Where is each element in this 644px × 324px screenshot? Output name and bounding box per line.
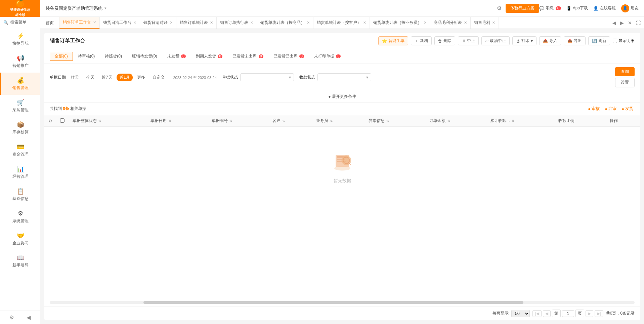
export-btn[interactable]: 📤 导出 (564, 36, 586, 45)
tab-gross-profit-close[interactable]: ✕ (464, 21, 467, 25)
per-page-select[interactable]: 10 20 50 100 (511, 310, 530, 317)
tab-sales-more[interactable]: 销售毛利 ✕ (471, 17, 499, 29)
sidebar-item-basic[interactable]: 📋 基础信息 (0, 184, 40, 206)
tab-sales-by-customer[interactable]: 销货单统计表（按客户） ✕ (313, 17, 370, 29)
col-number-sort-icon[interactable]: ⇅ (229, 119, 232, 123)
filter-tab-not-shipped[interactable]: 未发货 0 (162, 52, 191, 61)
smart-create-btn[interactable]: ⭐ 智能生单 (378, 36, 408, 45)
filter-tab-shipped-out[interactable]: 已发货已出库 0 (268, 52, 309, 61)
page-next-btn[interactable]: ▶ (586, 310, 593, 317)
sidebar-item-purchase[interactable]: 🛒 采购管理 (0, 95, 40, 117)
sidebar-item-finance[interactable]: 💳 资金管理 (0, 139, 40, 161)
refresh-btn[interactable]: 🔄 刷新 (588, 36, 610, 45)
add-btn[interactable]: ＋ 新增 (411, 36, 432, 45)
user-action[interactable]: 👤 用友 (621, 4, 639, 12)
scrollbar-thumb[interactable] (143, 301, 524, 304)
tab-prev-icon[interactable]: ◀ (611, 19, 617, 26)
tab-sales-more-close[interactable]: ✕ (492, 21, 495, 25)
filter-tab-pending-pickup[interactable]: 待拣货(0) (100, 52, 127, 61)
sidebar-item-enterprise[interactable]: 🤝 企业协同 (0, 228, 40, 250)
unreview-action-btn[interactable]: ● 弃审 (604, 105, 618, 112)
tab-sales-by-customer-close[interactable]: ✕ (363, 21, 366, 25)
table-scroll[interactable]: ⚙ 单据整体状态 ⇅ 单据日期 (44, 115, 640, 301)
expand-conditions-btn[interactable]: ▾ 展开更多条件 (326, 92, 359, 101)
tab-sales-workbench-close[interactable]: ✕ (93, 20, 96, 25)
tab-close-all-icon[interactable]: ✕ (627, 19, 633, 26)
col-salesperson-sort-icon[interactable]: ⇅ (330, 119, 333, 123)
message-action[interactable]: 💬 消息 6 (539, 5, 561, 11)
page-last-btn[interactable]: ▶| (595, 310, 603, 317)
col-status-sort-icon[interactable]: ⇅ (98, 119, 101, 123)
sys-title-dropdown-icon[interactable]: ▾ (104, 6, 106, 10)
filter-tab-not-printed[interactable]: 未打印单据 0 (309, 52, 346, 61)
date-custom[interactable]: 自定义 (149, 74, 168, 81)
tab-maximize-icon[interactable]: ⛶ (635, 19, 642, 26)
tab-sales-by-staff-close[interactable]: ✕ (424, 21, 427, 25)
tab-sales-workbench[interactable]: 销售订单工作台 ✕ (59, 17, 100, 29)
suspend-btn[interactable]: ⏸ 中止 (458, 36, 479, 45)
tab-cash-reconcile-close[interactable]: ✕ (170, 21, 173, 25)
print-btn[interactable]: 🖨 打印 ▾ (512, 36, 536, 45)
tab-sales-by-staff[interactable]: 销货单统计表（按业务员） ✕ (370, 17, 430, 29)
sidebar-search[interactable]: 🔍 搜索菜单 (0, 17, 40, 28)
filter-tab-wangpu[interactable]: 旺铺待发货(0) (127, 52, 162, 61)
review-action-btn[interactable]: ● 审核 (587, 105, 601, 112)
sidebar-item-sales[interactable]: 💰 销售管理 (0, 73, 40, 95)
import-btn[interactable]: 📥 导入 (539, 36, 561, 45)
col-date-sort-icon[interactable]: ⇅ (169, 119, 171, 123)
tab-cash-reconcile[interactable]: 钱货日清对账 ✕ (140, 17, 176, 29)
sidebar-item-system[interactable]: ⚙ 系统管理 (0, 206, 40, 228)
app-download-action[interactable]: 📱 App下载 (566, 5, 588, 11)
payment-select[interactable]: ▾ (317, 73, 371, 81)
detail-checkbox[interactable] (613, 39, 617, 43)
sidebar-item-inventory[interactable]: 📦 库存核算 (0, 117, 40, 139)
tab-next-icon[interactable]: ▶ (619, 19, 625, 26)
date-7days[interactable]: 近7天 (99, 74, 115, 81)
tab-sales-by-product-close[interactable]: ✕ (307, 21, 310, 25)
sidebar-item-guide[interactable]: 📖 新手引导 (0, 250, 40, 272)
detail-checkbox-label[interactable]: 显示明细 (613, 38, 635, 44)
date-yesterday[interactable]: 昨天 (68, 74, 82, 81)
tab-cash-daily-close[interactable]: ✕ (133, 21, 136, 25)
col-amount-sort-icon[interactable]: ⇅ (447, 119, 450, 123)
set-btn[interactable]: 设置 (615, 78, 635, 87)
sidebar-item-operations[interactable]: 📊 经营管理 (0, 161, 40, 184)
collapse-icon[interactable]: ◀ (27, 314, 31, 321)
sidebar-item-marketing[interactable]: 📢 营销推广 (0, 50, 40, 73)
page-input[interactable] (562, 310, 574, 317)
tab-cash-daily[interactable]: 钱货日清工作台 ✕ (100, 17, 140, 29)
query-btn[interactable]: 查询 (615, 67, 635, 76)
status-select[interactable]: ▾ (240, 73, 294, 81)
delete-btn[interactable]: 🗑 删除 (434, 36, 455, 45)
tab-sales-by-product[interactable]: 销货单统计表（按商品） ✕ (257, 17, 313, 29)
settings-bottom-icon[interactable]: ⚙ (9, 314, 14, 321)
col-customer-sort-icon[interactable]: ⇅ (282, 119, 285, 123)
page-first-btn[interactable]: |◀ (532, 310, 541, 317)
tab-gross-profit[interactable]: 商品毛利分析表 ✕ (430, 17, 471, 29)
col-abnormal-sort-icon[interactable]: ⇅ (386, 119, 389, 123)
tab-home[interactable]: 首页 (40, 17, 59, 29)
tab-sales-stats[interactable]: 销售订单统计表 ✕ (176, 17, 217, 29)
select-all-checkbox[interactable] (60, 118, 65, 123)
filter-tab-all[interactable]: 全部(0) (50, 52, 73, 61)
filter-tab-pending-review[interactable]: 待审核(0) (73, 52, 100, 61)
date-1month[interactable]: 近1月 (117, 74, 133, 81)
online-service-action[interactable]: 👤 在线客服 (593, 5, 616, 11)
ship-action-btn[interactable]: ● 发货 (620, 105, 635, 112)
industry-btn[interactable]: 体验行业方案 (506, 4, 539, 13)
date-today[interactable]: 今天 (83, 74, 97, 81)
tab-sales-stats-close[interactable]: ✕ (210, 21, 213, 25)
page-prev-btn[interactable]: ◀ (543, 310, 551, 317)
tab-sales-exec-close[interactable]: ✕ (250, 21, 253, 25)
horizontal-scrollbar[interactable] (50, 301, 635, 304)
settings-icon[interactable]: ⚙ (497, 5, 502, 11)
cancel-suspend-btn[interactable]: ↩ 取消中止 (481, 36, 510, 45)
filter-tab-overdue-not-shipped[interactable]: 到期未发货 0 (191, 52, 227, 61)
tab-sales-exec[interactable]: 销售订单执行表 ✕ (217, 17, 257, 29)
sidebar-item-quick-nav[interactable]: ⚡ 快捷导航 (0, 28, 40, 50)
date-more[interactable]: 更多 (134, 74, 148, 81)
column-settings-icon[interactable]: ⚙ (48, 119, 52, 123)
logo-icon: 🍊 (15, 0, 25, 7)
filter-tab-shipped-not-out[interactable]: 已发货未出库 0 (227, 52, 268, 61)
col-collected-sort-icon[interactable]: ⇅ (512, 119, 514, 123)
